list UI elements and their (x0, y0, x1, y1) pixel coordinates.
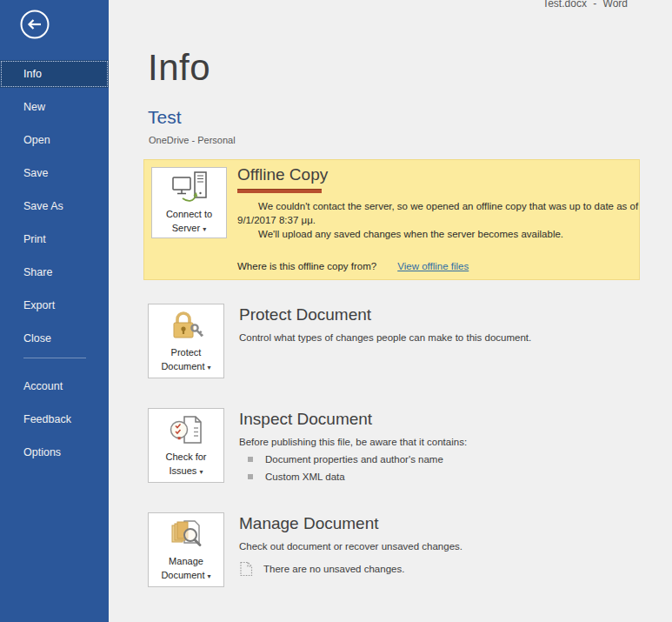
backstage-nav: Info New Open Save Save As Print Share E… (0, 60, 109, 472)
inspect-bullet-item: Custom XML data (239, 472, 648, 482)
sidebar-item-options[interactable]: Options (0, 438, 109, 466)
connect-to-server-button[interactable]: Connect to Server ▾ (151, 167, 227, 238)
documents-magnifier-icon (167, 518, 205, 552)
dashed-document-icon (239, 561, 254, 577)
offline-copy-paragraph-2: We'll upload any saved changes when the … (237, 227, 639, 241)
manage-document-button[interactable]: Manage Document ▾ (148, 512, 224, 587)
sidebar-item-close[interactable]: Close (0, 324, 109, 352)
sidebar-item-share[interactable]: Share (0, 258, 109, 286)
protect-document-label: Protect Document ▾ (161, 346, 210, 373)
sidebar-item-save[interactable]: Save (0, 159, 109, 187)
section-description: Control what types of changes people can… (239, 332, 648, 343)
manage-document-section: Manage Document ▾ Manage Document Check … (148, 512, 648, 577)
connect-to-server-label: Connect to Server ▾ (166, 208, 212, 235)
dropdown-caret-icon: ▾ (199, 468, 203, 476)
check-for-issues-label: Check for Issues ▾ (165, 451, 206, 478)
view-offline-files-link[interactable]: View offline files (397, 261, 469, 271)
offline-copy-question: Where is this offline copy from? (237, 261, 376, 271)
page-title: Info (148, 47, 210, 89)
square-bullet-icon (248, 474, 253, 479)
square-bullet-icon (248, 457, 253, 462)
sidebar-item-info[interactable]: Info (0, 60, 109, 88)
sidebar-item-new[interactable]: New (0, 93, 109, 121)
sidebar-item-open[interactable]: Open (0, 126, 109, 154)
protect-document-section: Protect Document ▾ Protect Document Cont… (148, 304, 648, 343)
backstage-sidebar: Info New Open Save Save As Print Share E… (0, 0, 109, 622)
section-description: Check out document or recover unsaved ch… (239, 541, 648, 552)
sidebar-item-print[interactable]: Print (0, 225, 109, 253)
document-title: Test (148, 107, 182, 128)
offline-copy-underline (237, 189, 322, 193)
sidebar-divider (23, 358, 86, 358)
offline-copy-paragraph-1: We couldn't contact the server, so we op… (237, 199, 639, 227)
sidebar-item-export[interactable]: Export (0, 291, 109, 319)
window-title: Test.docx - Word (542, 0, 628, 10)
dropdown-caret-icon: ▾ (208, 364, 211, 371)
back-button[interactable] (19, 9, 50, 40)
offline-copy-banner: Connect to Server ▾ Offline Copy We coul… (143, 159, 640, 280)
protect-document-button[interactable]: Protect Document ▾ (148, 304, 224, 378)
lock-key-icon (167, 309, 205, 344)
offline-copy-title: Offline Copy (237, 165, 328, 184)
document-location: OneDrive - Personal (149, 135, 236, 145)
unsaved-changes-note: There are no unsaved changes. (239, 561, 648, 577)
section-title: Protect Document (239, 305, 648, 324)
connect-server-icon (170, 171, 209, 205)
check-for-issues-button[interactable]: Check for Issues ▾ (148, 408, 224, 483)
section-title: Inspect Document (239, 410, 648, 429)
dropdown-caret-icon: ▾ (203, 225, 206, 233)
inspect-document-section: Check for Issues ▾ Inspect Document Befo… (148, 408, 648, 482)
offline-copy-message: We couldn't contact the server, so we op… (237, 199, 639, 241)
inspect-bullet-item: Document properties and author's name (239, 454, 648, 465)
check-issues-icon (167, 413, 205, 448)
sidebar-item-account[interactable]: Account (0, 372, 109, 400)
section-title: Manage Document (239, 514, 648, 533)
sidebar-item-feedback[interactable]: Feedback (0, 405, 109, 433)
sidebar-item-save-as[interactable]: Save As (0, 192, 109, 220)
back-arrow-icon (19, 9, 50, 40)
dropdown-caret-icon: ▾ (208, 572, 211, 580)
section-description: Before publishing this file, be aware th… (239, 437, 648, 447)
manage-document-label: Manage Document ▾ (161, 555, 210, 582)
offline-copy-footer: Where is this offline copy from? View of… (237, 261, 469, 271)
